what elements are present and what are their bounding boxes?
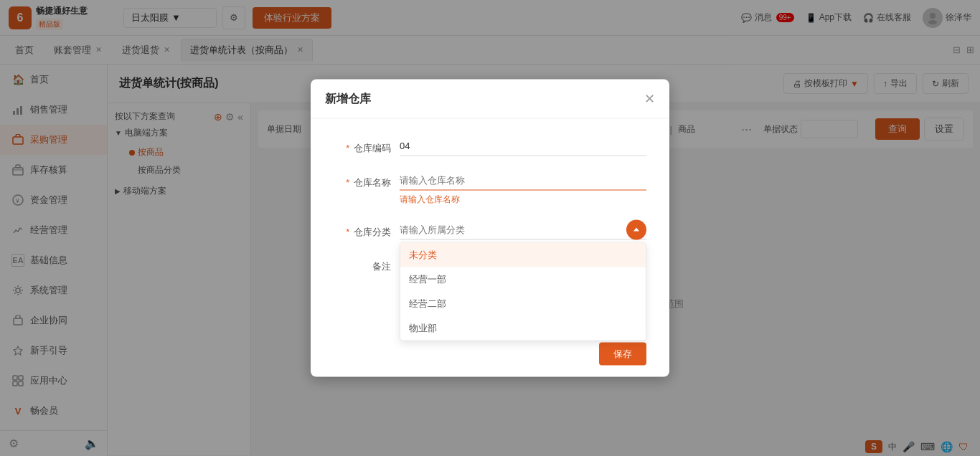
modal-header: 新增仓库 ✕ xyxy=(311,80,669,119)
modal-body: * 仓库编码 * 仓库名称 请输入仓库名称 * 仓库分类 xyxy=(311,119,669,331)
save-button[interactable]: 保存 xyxy=(599,343,646,366)
form-row-code: * 仓库编码 xyxy=(334,136,646,156)
dropdown-item-dept1[interactable]: 经营一部 xyxy=(400,267,646,291)
warehouse-name-input[interactable] xyxy=(400,171,646,191)
name-error-msg: 请输入仓库名称 xyxy=(400,194,646,206)
add-warehouse-modal: 新增仓库 ✕ * 仓库编码 * 仓库名称 请输入仓库名称 xyxy=(311,80,669,377)
form-row-category: * 仓库分类 未分类 经营一部 经营二部 物业部 xyxy=(334,220,646,240)
category-dropdown: 未分类 经营一部 经营二部 物业部 xyxy=(400,242,646,341)
dropdown-item-dept2[interactable]: 经营二部 xyxy=(400,291,646,315)
modal-title: 新增仓库 xyxy=(325,91,371,106)
dropdown-item-property[interactable]: 物业部 xyxy=(400,315,646,340)
warehouse-code-input[interactable] xyxy=(400,136,646,156)
form-row-name: * 仓库名称 请输入仓库名称 xyxy=(334,171,646,206)
dropdown-item-uncategorized[interactable]: 未分类 xyxy=(400,242,646,267)
modal-close-button[interactable]: ✕ xyxy=(644,91,655,107)
category-dropdown-toggle[interactable] xyxy=(626,220,646,240)
warehouse-category-input[interactable] xyxy=(400,220,646,240)
